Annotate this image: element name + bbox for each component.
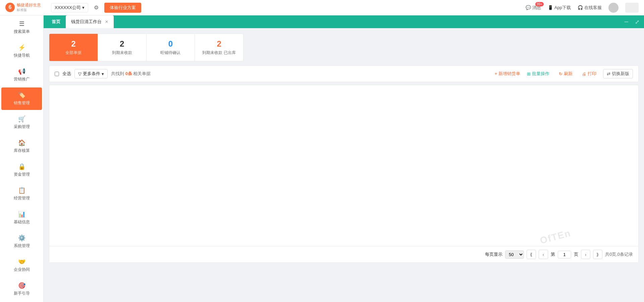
per-page-select[interactable]: 50 10 20 100	[505, 250, 524, 259]
logo-text: 畅捷通好生意	[17, 3, 41, 7]
finance-icon: 🔒	[18, 163, 25, 170]
next-page-btn[interactable]: ›	[581, 250, 590, 259]
stat-card-all[interactable]: 2 全部单据	[49, 34, 98, 61]
prev-page-btn[interactable]: ‹	[539, 250, 548, 259]
tab-home-label: 首页	[52, 19, 60, 25]
last-page-btn[interactable]: ⟫	[593, 250, 602, 259]
tab-maximize-btn[interactable]: ⤢	[633, 18, 641, 26]
filter-icon: ▽	[78, 71, 82, 76]
refresh-button[interactable]: ↻ 刷新	[556, 69, 575, 78]
new-sale-button[interactable]: + 新增销货单	[495, 69, 520, 78]
online-service-label: 在线客服	[584, 5, 602, 11]
header-right: 💬 消息 99+ 📱 App下载 🎧 在线客服	[526, 3, 639, 13]
app-icon: 📱	[548, 5, 553, 10]
sidebar-item-quick-nav[interactable]: ⚡ 快捷导航	[1, 40, 42, 62]
marketing-icon: 📢	[18, 68, 25, 75]
app-download-action[interactable]: 📱 App下载	[548, 5, 571, 11]
page-label: 第	[551, 251, 555, 257]
top-header: 6 畅捷通好生意 标准版 XXXXXX公司 ▾ ⚙ 体验行业方案 💬 消息 99…	[0, 0, 644, 15]
stat-number-all: 2	[56, 39, 91, 49]
stat-card-overdue[interactable]: 2 到期未收款	[98, 34, 147, 61]
per-page-label: 每页显示	[485, 251, 502, 257]
print-label: 打印	[588, 71, 596, 77]
switch-label: 切换新版	[612, 71, 629, 77]
batch-operation-button[interactable]: ⊞ 批量操作	[524, 69, 552, 78]
print-button[interactable]: 🖨 打印	[579, 69, 599, 78]
chevron-down-icon: ▾	[102, 71, 104, 76]
stat-card-unshipped[interactable]: 2 到期未收款 已出库	[195, 34, 243, 61]
tab-workbench[interactable]: 钱货日清工作台 ✕	[66, 15, 114, 28]
select-all-label: 全选	[62, 71, 71, 77]
logo-area: 6 畅捷通好生意 标准版	[5, 3, 41, 12]
sidebar-item-label: 快捷导航	[14, 53, 30, 58]
page-input[interactable]	[558, 251, 571, 258]
switch-icon: ⇄	[607, 71, 610, 76]
sidebar-item-sales[interactable]: 🏷️ 销售管理	[1, 87, 42, 110]
purchase-icon: 🛒	[18, 115, 25, 123]
stat-label-wangpu: 旺铺待确认	[153, 50, 188, 56]
table-body	[49, 85, 638, 246]
avatar[interactable]	[608, 3, 619, 13]
result-suffix: 相关单据	[133, 71, 151, 76]
refresh-icon: ↻	[559, 71, 562, 76]
cooperation-icon: 🤝	[18, 258, 25, 265]
sidebar-item-cooperation[interactable]: 🤝 企业协同	[1, 254, 42, 277]
sidebar-item-label: 经营管理	[14, 195, 30, 201]
company-selector[interactable]: XXXXXX公司 ▾	[51, 3, 88, 12]
tab-home[interactable]: 首页	[46, 15, 66, 28]
tab-minimize-btn[interactable]: ─	[623, 18, 630, 26]
stat-card-wangpu[interactable]: 0 旺铺待确认	[147, 34, 195, 61]
stat-number-overdue: 2	[105, 39, 140, 49]
stat-label-unshipped: 到期未收款 已出库	[202, 50, 236, 56]
sidebar: ☰ 搜索菜单 ⚡ 快捷导航 📢 营销推广 🏷️ 销售管理 🛒 采购管理 🏠 库存…	[0, 15, 44, 302]
result-text: 共找到 0条 相关单据	[111, 71, 151, 77]
first-page-btn[interactable]: ⟪	[527, 250, 536, 259]
sidebar-item-search-menu[interactable]: ☰ 搜索菜单	[1, 16, 42, 39]
settings-icon[interactable]: ⚙	[92, 3, 101, 12]
tab-close-icon[interactable]: ✕	[105, 19, 108, 24]
tab-bar-actions: ─ ⤢	[623, 18, 641, 26]
logo-icon: 6	[5, 3, 15, 12]
app-download-label: App下载	[554, 5, 571, 11]
sidebar-item-guide[interactable]: 🎯 新手引导	[1, 278, 42, 300]
table-area: OfTEn 每页显示 50 10 20 100 ⟪ ‹ 第 页 › ⟫ 共0页,…	[49, 85, 639, 263]
sidebar-item-system[interactable]: ⚙️ 系统管理	[1, 230, 42, 253]
trial-button[interactable]: 体验行业方案	[104, 3, 141, 13]
search-menu-icon: ☰	[19, 20, 24, 27]
sidebar-item-finance[interactable]: 🔒 资金管理	[1, 159, 42, 181]
toolbar: 全选 ▽ 更多条件 ▾ 共找到 0条 相关单据 + 新增销货单 ⊞ 批量操作 ↻…	[49, 65, 639, 82]
sidebar-item-label: 新手引导	[14, 291, 30, 296]
sidebar-item-label: 系统管理	[14, 243, 30, 249]
system-icon: ⚙️	[18, 234, 25, 242]
switch-new-version-button[interactable]: ⇄ 切换新版	[603, 69, 633, 78]
sidebar-item-label: 搜索菜单	[14, 29, 30, 35]
sidebar-item-purchase[interactable]: 🛒 采购管理	[1, 111, 42, 134]
service-icon: 🎧	[578, 5, 583, 10]
print-icon: 🖨	[582, 71, 586, 76]
filter-button[interactable]: ▽ 更多条件 ▾	[74, 69, 108, 78]
sales-icon: 🏷️	[18, 92, 25, 99]
guide-icon: 🎯	[18, 282, 25, 289]
dropdown-icon: ▾	[82, 5, 85, 10]
stat-label-all: 全部单据	[56, 50, 91, 56]
sidebar-item-inventory[interactable]: 🏠 库存核算	[1, 135, 42, 158]
batch-label: 批量操作	[532, 71, 549, 77]
result-prefix: 共找到	[111, 71, 124, 76]
message-badge: 99+	[535, 2, 544, 6]
sidebar-item-marketing[interactable]: 📢 营销推广	[1, 64, 42, 86]
total-info: 共0页,0条记录	[605, 251, 633, 257]
stat-number-wangpu: 0	[153, 39, 188, 49]
logo-badge: 标准版	[17, 8, 41, 12]
logo-text-area: 畅捷通好生意 标准版	[17, 3, 41, 12]
toolbar-left: 全选 ▽ 更多条件 ▾ 共找到 0条 相关单据	[55, 69, 491, 78]
sidebar-item-operations[interactable]: 📋 经营管理	[1, 183, 42, 205]
filter-label: 更多条件	[83, 71, 100, 77]
online-service-action[interactable]: 🎧 在线客服	[578, 5, 602, 11]
select-all-checkbox[interactable]	[55, 72, 59, 76]
tab-workbench-label: 钱货日清工作台	[71, 19, 102, 25]
sidebar-item-basic-info[interactable]: 📊 基础信息	[1, 206, 42, 229]
avatar-extra[interactable]	[625, 3, 639, 13]
page-suffix: 页	[574, 251, 578, 257]
sidebar-item-label: 采购管理	[14, 124, 30, 130]
message-action[interactable]: 💬 消息 99+	[526, 5, 541, 11]
